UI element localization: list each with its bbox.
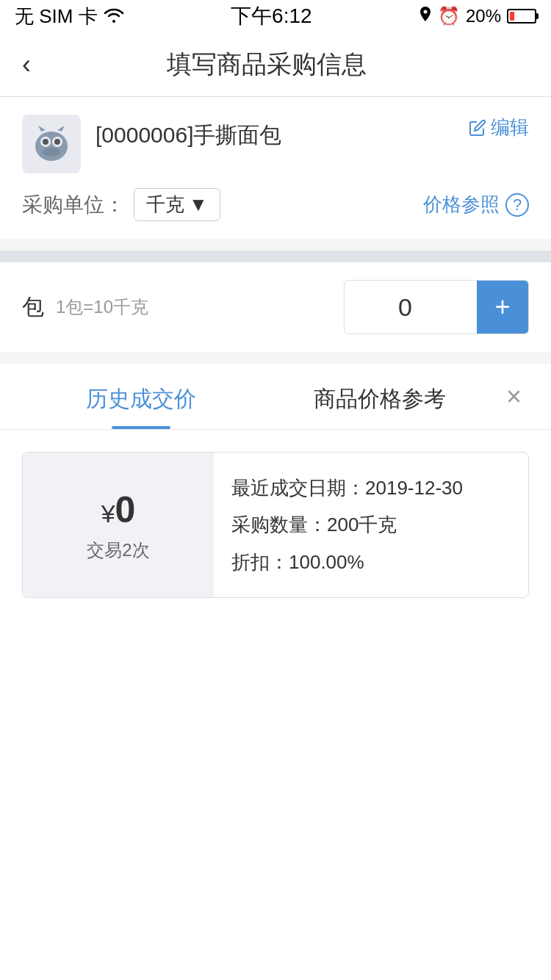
status-time: 下午6:12 xyxy=(231,2,312,30)
history-details: 最近成交日期：2019-12-30 采购数量：200千克 折扣：100.00% xyxy=(214,453,528,597)
qty-unit-label: 包 xyxy=(22,292,44,323)
price-ref-button[interactable]: 价格参照 ? xyxy=(423,192,529,217)
history-card: ¥0 交易2次 最近成交日期：2019-12-30 采购数量：200千克 折扣：… xyxy=(22,452,529,598)
product-bottom: 采购单位： 千克 ▼ 价格参照 ? xyxy=(22,188,529,221)
yen-symbol: ¥ xyxy=(101,500,115,527)
svg-marker-7 xyxy=(38,126,46,131)
location-icon xyxy=(419,6,432,26)
history-list: ¥0 交易2次 最近成交日期：2019-12-30 采购数量：200千克 折扣：… xyxy=(0,430,551,620)
product-info: [0000006]手撕面包 xyxy=(22,115,281,173)
unit-section: 采购单位： 千克 ▼ xyxy=(22,188,220,221)
section-divider xyxy=(0,251,551,262)
dropdown-icon: ▼ xyxy=(189,193,208,216)
tab-header: 历史成交价 商品价格参考 × xyxy=(0,364,551,430)
wifi-icon xyxy=(104,5,124,28)
unit-value: 千克 xyxy=(146,192,184,217)
history-price-value: ¥0 xyxy=(101,489,136,531)
edit-label: 编辑 xyxy=(491,115,529,140)
svg-point-0 xyxy=(423,10,427,14)
discount-value: 100.00% xyxy=(289,551,364,573)
tab-product-price-ref[interactable]: 商品价格参考 xyxy=(260,364,498,429)
price-ref-help-icon: ? xyxy=(505,193,529,217)
history-price-section: ¥0 交易2次 xyxy=(23,453,214,597)
price-number: 0 xyxy=(115,489,136,530)
alarm-icon: ⏰ xyxy=(438,6,460,26)
history-trade-count: 交易2次 xyxy=(87,538,149,562)
product-thumbnail xyxy=(22,115,81,173)
battery-text: 20% xyxy=(466,6,501,26)
page-title: 填写商品采购信息 xyxy=(46,48,488,82)
qty-value: 200千克 xyxy=(327,514,397,536)
unit-label: 采购单位： xyxy=(22,191,125,219)
discount-label: 折扣： xyxy=(231,551,289,573)
tab-history-price[interactable]: 历史成交价 xyxy=(22,364,260,429)
date-label: 最近成交日期： xyxy=(231,477,365,499)
tab-close-button[interactable]: × xyxy=(499,374,529,419)
status-right: ⏰ 20% xyxy=(419,6,536,26)
product-top: [0000006]手撕面包 编辑 xyxy=(22,115,529,173)
svg-point-4 xyxy=(43,139,48,145)
history-date-row: 最近成交日期：2019-12-30 xyxy=(231,475,511,501)
content-area xyxy=(0,620,551,980)
qty-label: 采购数量： xyxy=(231,514,327,536)
svg-marker-8 xyxy=(57,126,65,131)
history-qty-row: 采购数量：200千克 xyxy=(231,511,511,538)
price-ref-label: 价格参照 xyxy=(423,192,500,217)
qty-note: 1包=10千克 xyxy=(56,295,332,319)
status-left: 无 SIM 卡 xyxy=(15,4,124,29)
date-value: 2019-12-30 xyxy=(365,477,463,499)
quantity-row: 包 1包=10千克 + xyxy=(0,262,551,352)
svg-point-6 xyxy=(43,148,60,156)
product-card: [0000006]手撕面包 编辑 采购单位： 千克 ▼ 价格参照 ? xyxy=(0,97,551,239)
tab-section: 历史成交价 商品价格参考 × ¥0 交易2次 最近成交日期：2019-12-30… xyxy=(0,364,551,620)
edit-button[interactable]: 编辑 xyxy=(469,115,529,140)
history-discount-row: 折扣：100.00% xyxy=(231,549,511,575)
nav-bar: ‹ 填写商品采购信息 xyxy=(0,32,551,97)
carrier-text: 无 SIM 卡 xyxy=(15,4,98,29)
qty-plus-button[interactable]: + xyxy=(477,281,528,334)
product-name: [0000006]手撕面包 xyxy=(96,115,281,151)
svg-point-5 xyxy=(54,139,60,145)
unit-select[interactable]: 千克 ▼ xyxy=(134,188,220,221)
qty-input[interactable] xyxy=(345,284,477,331)
qty-input-wrap: + xyxy=(344,280,529,334)
battery-icon xyxy=(507,9,536,24)
status-bar: 无 SIM 卡 下午6:12 ⏰ 20% xyxy=(0,0,551,32)
back-button[interactable]: ‹ xyxy=(22,49,31,80)
